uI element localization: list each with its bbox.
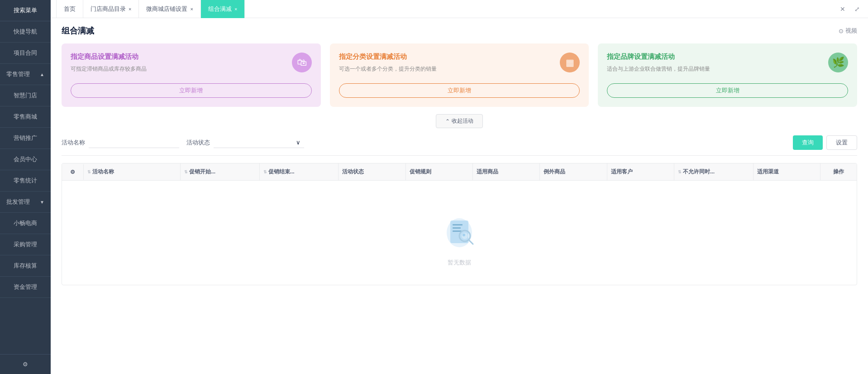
tab-close-wechat[interactable]: × xyxy=(190,6,193,12)
sort-icon[interactable]: ⇅ xyxy=(263,170,267,174)
tab-close-combo[interactable]: × xyxy=(234,6,237,12)
sidebar-item-label: 零售商城 xyxy=(14,113,37,121)
product-card-add-btn[interactable]: 立即新增 xyxy=(71,83,312,98)
filter-name-label: 活动名称 xyxy=(62,139,85,147)
sidebar-item-retail-stat[interactable]: 零售统计 xyxy=(0,170,51,192)
tab-combo[interactable]: 组合满减 × xyxy=(201,0,245,18)
category-card-desc: 可选一个或者多个分类，提升分类的销量 xyxy=(339,65,580,73)
sidebar-item-project[interactable]: 项目合同 xyxy=(0,43,51,64)
sidebar-search[interactable]: 搜索菜单 xyxy=(0,0,51,21)
sidebar-item-label: 采购管理 xyxy=(14,240,37,249)
empty-state: 暂无数据 xyxy=(62,181,857,285)
product-card-icon: 🛍 xyxy=(292,53,312,72)
brand-card-add-btn[interactable]: 立即新增 xyxy=(607,83,848,98)
restore-window-btn[interactable]: ⤢ xyxy=(852,4,863,14)
chevron-down-icon: ▼ xyxy=(40,200,44,205)
collapse-row: ⌃ 收起活动 xyxy=(62,114,857,128)
product-card-title: 指定商品设置满减活动 xyxy=(71,53,312,61)
filter-status-label: 活动状态 xyxy=(186,139,210,147)
table-header: ⚙ ⇅ 活动名称 ⇅ 促销开始... ⇅ 促销结束... 活动状态 xyxy=(62,163,857,181)
tab-home[interactable]: 首页 xyxy=(56,0,83,18)
th-customer: 适用客户 xyxy=(607,163,674,180)
tab-bar: 首页 门店商品目录 × 微商城店铺设置 × 组合满减 × ✕ ⤢ xyxy=(51,0,868,18)
filter-status-item: 活动状态 ∨ xyxy=(186,137,304,148)
sidebar-item-marketing[interactable]: 营销推广 xyxy=(0,128,51,149)
category-promo-card: ▦ 指定分类设置满减活动 可选一个或者多个分类，提升分类的销量 立即新增 xyxy=(330,43,589,107)
play-icon: ⊙ xyxy=(839,28,844,34)
svg-line-7 xyxy=(469,240,473,244)
tab-bar-actions: ✕ ⤢ xyxy=(837,4,863,14)
collapse-icon: ⌃ xyxy=(445,118,450,125)
sort-icon[interactable]: ⇅ xyxy=(678,170,682,174)
th-end: ⇅ 促销结束... xyxy=(260,163,339,180)
page-content: 组合满减 ⊙ 视频 🛍 指定商品设置满减活动 可指定滞销商品或库存较多商品 立即… xyxy=(51,18,868,374)
sidebar-item-label: 智慧门店 xyxy=(14,91,37,100)
page-title: 组合满减 xyxy=(62,25,94,36)
sidebar-item-label: 零售统计 xyxy=(14,177,37,185)
th-rule: 促销规则 xyxy=(406,163,473,180)
collapse-activities-btn[interactable]: ⌃ 收起活动 xyxy=(436,114,483,128)
tab-wechat[interactable]: 微商城店铺设置 × xyxy=(139,0,200,18)
promo-cards-row: 🛍 指定商品设置满减活动 可指定滞销商品或库存较多商品 立即新增 ▦ 指定分类设… xyxy=(62,43,857,107)
th-gear[interactable]: ⚙ xyxy=(62,164,84,180)
filter-name-input[interactable] xyxy=(89,137,179,148)
data-table: ⚙ ⇅ 活动名称 ⇅ 促销开始... ⇅ 促销结束... 活动状态 xyxy=(62,163,857,285)
chevron-up-icon: ▲ xyxy=(40,72,44,77)
settings-btn[interactable]: 设置 xyxy=(826,135,857,150)
brand-card-icon: 🌿 xyxy=(828,53,848,72)
sidebar-item-label: 会员中心 xyxy=(14,155,37,163)
sidebar-item-label: 快捷导航 xyxy=(14,28,37,36)
sidebar-item-retail-mgmt[interactable]: 零售管理 ▲ xyxy=(0,64,51,85)
sidebar-item-label: 库存核算 xyxy=(14,262,37,270)
th-op: 操作 xyxy=(820,163,857,180)
sidebar-item-label: 批发管理 xyxy=(6,198,30,206)
brand-card-title: 指定品牌设置满减活动 xyxy=(607,53,848,61)
th-start: ⇅ 促销开始... xyxy=(181,163,260,180)
sidebar-item-label: 营销推广 xyxy=(14,134,37,142)
brand-card-desc: 适合与上游企业联合做营销，提升品牌销量 xyxy=(607,65,848,73)
sidebar-item-finance[interactable]: 资金管理 xyxy=(0,277,51,298)
sidebar-item-label: 资金管理 xyxy=(14,283,37,291)
sidebar-item-member[interactable]: 会员中心 xyxy=(0,149,51,170)
sidebar-item-wholesale[interactable]: 批发管理 ▼ xyxy=(0,192,51,213)
svg-rect-3 xyxy=(453,227,461,229)
product-promo-card: 🛍 指定商品设置满减活动 可指定滞销商品或库存较多商品 立即新增 xyxy=(62,43,321,107)
sidebar-item-purchase[interactable]: 采购管理 xyxy=(0,234,51,255)
brand-promo-card: 🌿 指定品牌设置满减活动 适合与上游企业联合做营销，提升品牌销量 立即新增 xyxy=(598,43,857,107)
category-card-title: 指定分类设置满减活动 xyxy=(339,53,580,61)
svg-point-8 xyxy=(463,234,465,236)
page-header: 组合满减 ⊙ 视频 xyxy=(62,25,857,36)
sidebar-item-quick-nav[interactable]: 快捷导航 xyxy=(0,21,51,43)
filter-name-item: 活动名称 xyxy=(62,137,179,148)
gear-icon: ⚙ xyxy=(70,169,75,175)
video-btn[interactable]: ⊙ 视频 xyxy=(839,27,857,35)
query-btn[interactable]: 查询 xyxy=(793,135,823,150)
th-except: 例外商品 xyxy=(540,163,607,180)
gear-icon: ⚙ xyxy=(23,361,28,368)
th-concurrent: ⇅ 不允许同时... xyxy=(674,163,754,180)
th-channel: 适用渠道 xyxy=(754,163,820,180)
sidebar-item-label: 小畅电商 xyxy=(14,219,37,227)
filter-status-select[interactable]: ∨ xyxy=(214,137,304,148)
sort-icon[interactable]: ⇅ xyxy=(184,170,188,174)
tab-catalog[interactable]: 门店商品目录 × xyxy=(83,0,139,18)
empty-text: 暂无数据 xyxy=(448,259,471,267)
close-window-btn[interactable]: ✕ xyxy=(837,4,848,14)
sort-icon[interactable]: ⇅ xyxy=(87,170,91,174)
th-status: 活动状态 xyxy=(339,163,405,180)
main-area: 首页 门店商品目录 × 微商城店铺设置 × 组合满减 × ✕ ⤢ 组合满减 ⊙ … xyxy=(51,0,868,374)
sidebar-settings-btn[interactable]: ⚙ xyxy=(0,354,51,374)
chevron-down-icon: ∨ xyxy=(296,139,300,146)
category-card-add-btn[interactable]: 立即新增 xyxy=(339,83,580,98)
sidebar-item-xiaochange[interactable]: 小畅电商 xyxy=(0,213,51,234)
svg-rect-2 xyxy=(453,224,463,225)
sidebar-item-label: 零售管理 xyxy=(6,70,30,78)
filter-actions: 查询 设置 xyxy=(793,135,857,150)
svg-rect-4 xyxy=(453,230,462,232)
sidebar-item-smart-store[interactable]: 智慧门店 xyxy=(0,85,51,106)
tab-close-catalog[interactable]: × xyxy=(129,6,131,12)
sidebar: 搜索菜单 快捷导航 项目合同 零售管理 ▲ 智慧门店 零售商城 营销推广 会员中… xyxy=(0,0,51,374)
sidebar-item-inventory[interactable]: 库存核算 xyxy=(0,255,51,277)
product-card-desc: 可指定滞销商品或库存较多商品 xyxy=(71,65,312,73)
sidebar-item-retail-mall[interactable]: 零售商城 xyxy=(0,106,51,128)
